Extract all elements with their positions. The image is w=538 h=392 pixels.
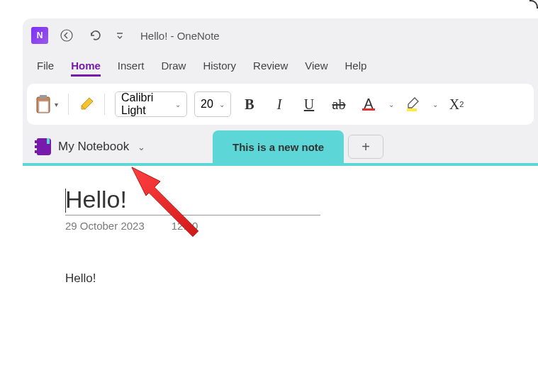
italic-button[interactable]: I — [268, 93, 291, 116]
notebook-name: My Notebook — [58, 140, 129, 154]
window-corner — [529, 0, 538, 9]
back-button[interactable] — [57, 26, 77, 45]
section-tab[interactable]: This is a new note — [213, 130, 344, 163]
highlight-button[interactable] — [401, 93, 424, 116]
font-color-button[interactable]: A — [357, 93, 380, 116]
subscript-button[interactable]: X2 — [445, 93, 468, 116]
svg-rect-2 — [40, 95, 47, 99]
undo-button[interactable] — [85, 26, 105, 45]
window-title: Hello! - OneNote — [140, 30, 220, 42]
font-name-value: Calibri Light — [121, 91, 169, 117]
menu-home[interactable]: Home — [71, 57, 101, 77]
customize-dropdown[interactable] — [113, 26, 126, 45]
menu-draw[interactable]: Draw — [161, 57, 186, 77]
menubar: File Home Insert Draw History Review Vie… — [23, 52, 538, 84]
titlebar: N Hello! - OneNote — [23, 18, 538, 52]
onenote-window: N Hello! - OneNote File Home Insert Draw… — [23, 18, 538, 392]
page-title-text: Hello! — [65, 186, 127, 213]
strikethrough-button[interactable]: ab — [327, 93, 350, 116]
menu-file[interactable]: File — [37, 57, 54, 77]
chevron-down-icon: ⌄ — [219, 101, 225, 108]
menu-review[interactable]: Review — [253, 57, 288, 77]
subscript-label: 2 — [459, 100, 464, 108]
separator — [68, 94, 69, 115]
add-section-button[interactable]: + — [348, 135, 383, 159]
page-date: 29 October 2023 — [65, 220, 145, 232]
paste-button[interactable]: ▾ — [35, 95, 58, 113]
menu-insert[interactable]: Insert — [118, 57, 145, 77]
chevron-down-icon: ▾ — [55, 101, 58, 108]
page-body[interactable]: Hello! — [65, 271, 495, 286]
svg-rect-3 — [39, 101, 48, 112]
notebook-row: My Notebook ⌄ This is a new note + — [23, 130, 538, 163]
page-meta: 29 October 2023 12:00 — [65, 220, 495, 232]
font-name-select[interactable]: Calibri Light ⌄ — [115, 91, 187, 117]
font-size-value: 20 — [201, 98, 213, 111]
text-cursor — [65, 189, 66, 213]
underline-button[interactable]: U — [298, 93, 320, 116]
font-size-select[interactable]: 20 ⌄ — [194, 91, 231, 117]
menu-history[interactable]: History — [203, 57, 236, 77]
page-title-input[interactable]: Hello! — [65, 186, 320, 215]
notebook-icon — [37, 138, 51, 155]
svg-rect-4 — [407, 108, 417, 111]
font-color-dropdown[interactable]: ⌄ — [388, 101, 394, 108]
menu-help[interactable]: Help — [345, 57, 367, 77]
onenote-app-icon: N — [31, 27, 48, 44]
notebook-selector[interactable]: My Notebook ⌄ — [23, 138, 213, 155]
page-time: 12:00 — [172, 220, 198, 232]
menu-view[interactable]: View — [305, 57, 327, 77]
separator — [104, 94, 105, 115]
chevron-down-icon: ⌄ — [138, 142, 145, 152]
svg-point-0 — [61, 30, 72, 41]
ribbon: ▾ Calibri Light ⌄ 20 ⌄ B I U ab A ⌄ ⌄ X2 — [27, 84, 534, 125]
format-painter-button[interactable] — [79, 96, 94, 112]
note-page[interactable]: Hello! 29 October 2023 12:00 Hello! — [23, 166, 538, 392]
bold-button[interactable]: B — [238, 93, 261, 116]
highlight-dropdown[interactable]: ⌄ — [432, 101, 438, 108]
chevron-down-icon: ⌄ — [175, 101, 181, 108]
